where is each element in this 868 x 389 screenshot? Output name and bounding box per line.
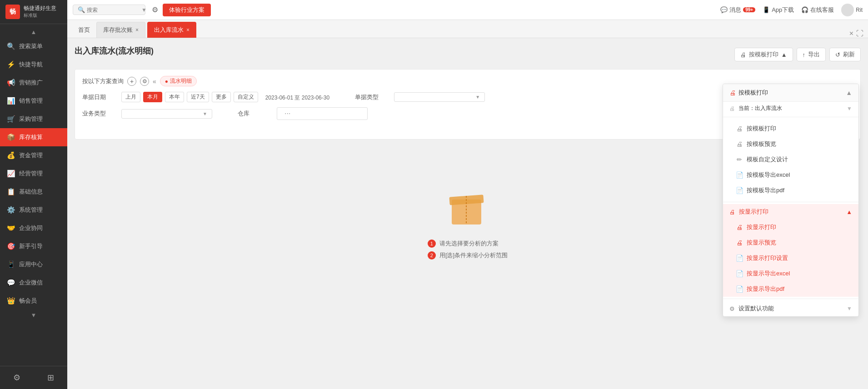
- message-icon: 💬: [720, 6, 728, 13]
- main-content: 🔍 ▼ ⚙ 体验行业方案 💬 消息 99+ 📱 App下载 🎧 在线客服: [67, 0, 868, 389]
- topbar-search-dropdown-icon[interactable]: ▼: [141, 7, 147, 13]
- export-label: 导出: [808, 50, 820, 59]
- step-1-text: 请先选择要分析的方案: [439, 239, 499, 248]
- tab-batch-account-close[interactable]: ×: [135, 27, 139, 33]
- dropdown-item-display-export-pdf[interactable]: 📄 按显示导出pdf: [723, 281, 858, 297]
- filter-business-type-select[interactable]: ▼: [121, 109, 212, 119]
- message-badge: 99+: [743, 7, 755, 12]
- current-label-value: 当前：出入库流水: [738, 105, 782, 112]
- dropdown-item-template-custom[interactable]: ✏ 模板自定义设计: [723, 152, 858, 167]
- display-print-label: 按显示打印: [747, 223, 776, 231]
- sidebar-item-enterprise[interactable]: 🤝 企业协同: [0, 219, 67, 237]
- operation-icon: 📈: [6, 169, 15, 178]
- topbar-search-box[interactable]: 🔍 ▼: [73, 5, 145, 15]
- topbar-gear-icon[interactable]: ⚙: [152, 5, 158, 14]
- message-item[interactable]: 💬 消息 99+: [720, 6, 755, 14]
- display-print-settings-label: 按显示打印设置: [747, 254, 788, 262]
- print-template-button[interactable]: 🖨 按模板打印 ▲: [734, 48, 793, 61]
- filter-warehouse-select[interactable]: ···: [277, 107, 368, 120]
- dropdown-item-display-print[interactable]: 🖨 按显示打印: [723, 219, 858, 235]
- collapse-bottom-icon[interactable]: ⊞: [45, 371, 56, 384]
- display-pdf-icon: 📄: [736, 285, 743, 293]
- export-icon: ↑: [803, 51, 806, 58]
- template-print-label: 按模板打印: [747, 125, 776, 133]
- brand-sub: 标准版: [24, 12, 56, 19]
- sidebar-item-operation[interactable]: 📈 经营管理: [0, 165, 67, 183]
- date-filter-7days[interactable]: 近7天: [187, 92, 209, 102]
- warehouse-more-button[interactable]: ···: [284, 110, 290, 118]
- logo-icon: 畅: [5, 5, 20, 19]
- sidebar-scroll-up[interactable]: ▲: [0, 27, 67, 37]
- trial-button[interactable]: 体验行业方案: [163, 4, 211, 16]
- date-filter-last-month[interactable]: 上月: [121, 92, 140, 102]
- member-icon: 👑: [6, 296, 15, 305]
- current-icon: 🖨: [729, 105, 735, 112]
- dropdown-item-template-export-excel[interactable]: 📄 按模板导出excel: [723, 167, 858, 183]
- sidebar-item-basic[interactable]: 📋 基础信息: [0, 183, 67, 201]
- dropdown-item-template-export-pdf[interactable]: 📄 按模板导出pdf: [723, 183, 858, 198]
- sidebar-item-label: 搜索菜单: [19, 42, 43, 50]
- sidebar-item-search[interactable]: 🔍 搜索菜单: [0, 37, 67, 55]
- wechat-icon: 💬: [6, 278, 15, 287]
- search-icon: 🔍: [6, 42, 15, 51]
- dropdown-item-display-export-excel[interactable]: 📄 按显示导出excel: [723, 266, 858, 281]
- refresh-button[interactable]: ↺ 刷新: [829, 48, 861, 61]
- date-filter-custom[interactable]: 自定义: [234, 92, 258, 102]
- topbar-right: 💬 消息 99+ 📱 App下载 🎧 在线客服 Rit: [720, 4, 863, 16]
- date-filter-this-month[interactable]: 本月: [143, 92, 162, 102]
- sidebar-item-marketing[interactable]: 📢 营销推广: [0, 74, 67, 92]
- sidebar-item-finance[interactable]: 💰 资金管理: [0, 146, 67, 165]
- tabs-close-all-button[interactable]: ×: [849, 30, 853, 38]
- dropdown-item-display-print-settings[interactable]: 📄 按显示打印设置: [723, 250, 858, 266]
- tab-home[interactable]: 首页: [72, 22, 96, 38]
- settings-bottom-icon[interactable]: ⚙: [11, 371, 22, 384]
- display-section-arrow: ▲: [846, 209, 852, 215]
- filter-add-button[interactable]: +: [127, 77, 136, 86]
- sidebar-item-purchase[interactable]: 🛒 采购管理: [0, 110, 67, 128]
- app-download-item[interactable]: 📱 App下载: [763, 6, 794, 14]
- dropdown-item-display-preview[interactable]: 🖨 按显示预览: [723, 235, 858, 250]
- app-center-icon: 📱: [6, 260, 15, 269]
- sidebar-scroll-down[interactable]: ▼: [0, 310, 67, 320]
- export-button[interactable]: ↑ 导出: [797, 48, 826, 61]
- topbar-search-input[interactable]: [87, 7, 141, 13]
- sidebar-item-guide[interactable]: 🎯 新手引导: [0, 237, 67, 255]
- tab-batch-account[interactable]: 库存批次账 ×: [96, 22, 145, 38]
- display-section-header[interactable]: 🖨 按显示打印 ▲: [723, 204, 858, 219]
- filter-expand-button[interactable]: «: [153, 78, 156, 85]
- filter-date-label: 单据日期: [82, 93, 114, 101]
- refresh-icon: ↺: [835, 51, 840, 58]
- sidebar-item-sales[interactable]: 📊 销售管理: [0, 92, 67, 110]
- tab-flow[interactable]: 出入库流水 ×: [147, 22, 196, 38]
- user-avatar-item[interactable]: Rit: [841, 4, 863, 16]
- sidebar-item-member[interactable]: 👑 畅会员: [0, 292, 67, 310]
- sidebar-item-app-center[interactable]: 📱 应用中心: [0, 255, 67, 274]
- sidebar-item-inventory[interactable]: 📦 库存核算: [0, 128, 67, 146]
- date-filter-more[interactable]: 更多: [212, 92, 231, 102]
- online-service-item[interactable]: 🎧 在线客服: [801, 6, 834, 14]
- tabs-expand-button[interactable]: ⛶: [856, 30, 863, 38]
- sidebar-item-system[interactable]: ⚙️ 系统管理: [0, 201, 67, 219]
- sidebar-item-label: 快捷导航: [19, 60, 43, 69]
- filter-bill-type-select[interactable]: ▼: [394, 92, 485, 102]
- tab-batch-account-label: 库存批次账: [103, 26, 133, 34]
- date-filter-this-year[interactable]: 本年: [165, 92, 184, 102]
- page-body: 出入库流水(流水明细) 🖨 按模板打印 ▲ ↑ 导出 ↺ 刷新: [67, 38, 868, 389]
- template-preview-label: 按模板预览: [747, 140, 776, 148]
- dropdown-item-template-preview[interactable]: 🖨 按模板预览: [723, 136, 858, 152]
- default-section-arrow: ▼: [847, 305, 852, 312]
- sidebar-item-quick-nav[interactable]: ⚡ 快捷导航: [0, 55, 67, 74]
- sidebar-item-label: 畅会员: [19, 297, 37, 305]
- dropdown-item-template-print[interactable]: 🖨 按模板打印: [723, 121, 858, 136]
- filter-tag[interactable]: ● 流水明细: [160, 76, 197, 86]
- display-print-icon: 🖨: [736, 224, 743, 231]
- default-section-item[interactable]: ⚙ 设置默认功能 ▼: [723, 301, 858, 316]
- panel-up-arrow[interactable]: ▲: [846, 89, 852, 96]
- sidebar-item-wechat[interactable]: 💬 企业微信: [0, 274, 67, 292]
- sidebar-item-label: 资金管理: [19, 151, 43, 160]
- template-custom-icon: ✏: [736, 156, 743, 163]
- tab-flow-close[interactable]: ×: [186, 27, 190, 33]
- filter-settings-button[interactable]: ⚙: [140, 77, 149, 86]
- topbar-search-icon: 🔍: [78, 6, 85, 13]
- sidebar-item-label: 销售管理: [19, 97, 43, 105]
